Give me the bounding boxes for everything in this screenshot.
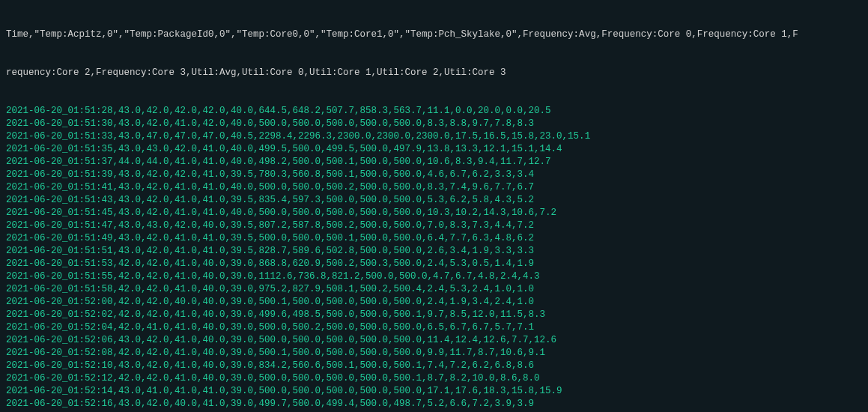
- csv-data-row: 2021-06-20_01:51:58,42.0,42.0,41.0,40.0,…: [6, 283, 862, 296]
- csv-data-row: 2021-06-20_01:52:10,43.0,42.0,41.0,40.0,…: [6, 360, 862, 372]
- csv-data-row: 2021-06-20_01:51:49,43.0,42.0,41.0,41.0,…: [6, 232, 862, 245]
- csv-data-row: 2021-06-20_01:51:45,43.0,42.0,41.0,41.0,…: [6, 207, 862, 219]
- terminal-output: Time,"Temp:Acpitz,0","Temp:PackageId0,0"…: [6, 3, 862, 412]
- csv-data-row: 2021-06-20_01:52:12,42.0,42.0,41.0,40.0,…: [6, 372, 862, 385]
- csv-data-row: 2021-06-20_01:51:39,43.0,42.0,42.0,41.0,…: [6, 169, 862, 181]
- csv-data-row: 2021-06-20_01:51:53,42.0,42.0,41.0,40.0,…: [6, 258, 862, 270]
- csv-data-row: 2021-06-20_01:51:28,43.0,42.0,42.0,42.0,…: [6, 105, 862, 118]
- csv-data-row: 2021-06-20_01:51:47,43.0,43.0,42.0,40.0,…: [6, 219, 862, 232]
- csv-data-row: 2021-06-20_01:52:06,43.0,42.0,41.0,40.0,…: [6, 334, 862, 347]
- csv-data-row: 2021-06-20_01:51:51,43.0,42.0,41.0,41.0,…: [6, 245, 862, 258]
- csv-header-line2: requency:Core 2,Frequency:Core 3,Util:Av…: [6, 67, 862, 79]
- csv-data-row: 2021-06-20_01:52:14,43.0,41.0,41.0,41.0,…: [6, 385, 862, 398]
- csv-data-row: 2021-06-20_01:51:35,43.0,43.0,42.0,41.0,…: [6, 143, 862, 156]
- csv-data-row: 2021-06-20_01:51:55,42.0,42.0,41.0,40.0,…: [6, 270, 862, 283]
- csv-data-row: 2021-06-20_01:52:02,42.0,42.0,41.0,40.0,…: [6, 309, 862, 321]
- csv-data-row: 2021-06-20_01:52:00,42.0,42.0,40.0,40.0,…: [6, 296, 862, 309]
- csv-data-row: 2021-06-20_01:52:08,42.0,42.0,41.0,40.0,…: [6, 347, 862, 360]
- csv-data-row: 2021-06-20_01:52:04,42.0,41.0,41.0,40.0,…: [6, 321, 862, 334]
- csv-rows-container: 2021-06-20_01:51:28,43.0,42.0,42.0,42.0,…: [6, 105, 862, 412]
- csv-data-row: 2021-06-20_01:51:33,43.0,47.0,47.0,47.0,…: [6, 130, 862, 143]
- csv-data-row: 2021-06-20_01:52:16,43.0,42.0,40.0,41.0,…: [6, 398, 862, 411]
- csv-data-row: 2021-06-20_01:51:41,43.0,42.0,41.0,41.0,…: [6, 181, 862, 194]
- csv-data-row: 2021-06-20_01:51:43,43.0,42.0,41.0,41.0,…: [6, 194, 862, 207]
- csv-data-row: 2021-06-20_01:51:37,44.0,44.0,41.0,41.0,…: [6, 156, 862, 169]
- csv-data-row: 2021-06-20_01:51:30,43.0,42.0,41.0,42.0,…: [6, 118, 862, 130]
- csv-header-line1: Time,"Temp:Acpitz,0","Temp:PackageId0,0"…: [6, 28, 862, 41]
